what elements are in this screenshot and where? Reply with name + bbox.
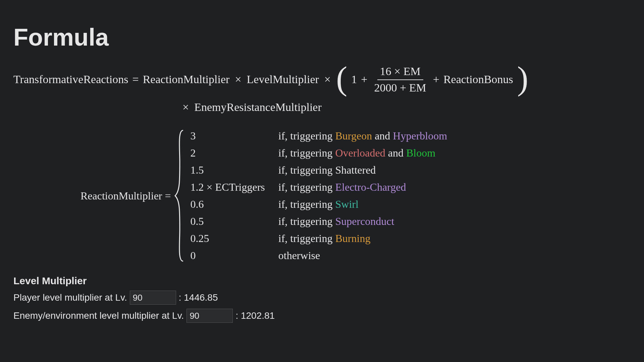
times-2: × <box>323 70 332 88</box>
plus-2: + <box>433 70 439 88</box>
page-root: Formula TransformativeReactions = Reacti… <box>0 0 644 340</box>
reaction-name: Burning <box>335 232 371 244</box>
player-level-prefix: Player level multiplier at Lv. <box>13 292 127 303</box>
case-condition-prefix: if, triggering <box>278 181 335 193</box>
page-title: Formula <box>13 23 631 51</box>
term-enemy-resistance: EnemyResistanceMultiplier <box>194 98 322 116</box>
formula-line-2: × EnemyResistanceMultiplier <box>181 98 631 116</box>
enemy-level-row: Enemy/environment level multiplier at Lv… <box>13 309 631 323</box>
term-reaction-bonus: ReactionBonus <box>443 70 513 88</box>
reaction-name: and <box>385 147 406 159</box>
times-1: × <box>233 70 243 88</box>
reaction-name: Bloom <box>406 147 435 159</box>
case-value: 0 <box>191 249 265 262</box>
case-condition-prefix: if, triggering <box>278 198 335 210</box>
em-frac-numerator: 16 × EM <box>377 64 423 80</box>
case-condition-prefix: if, triggering <box>278 215 335 227</box>
enemy-level-value: : 1202.81 <box>235 310 275 321</box>
case-condition: if, triggering Overloaded and Bloom <box>278 147 447 159</box>
brace-icon <box>174 130 184 262</box>
reaction-name: Burgeon <box>335 130 372 142</box>
case-condition: if, triggering Electro-Charged <box>278 181 447 193</box>
cases-lhs: ReactionMultiplier = <box>80 190 174 202</box>
case-value: 3 <box>191 130 265 142</box>
enemy-level-input[interactable] <box>186 309 233 323</box>
term-reaction-multiplier: ReactionMultiplier <box>143 70 230 88</box>
case-value: 2 <box>191 147 265 159</box>
formula-lhs: TransformativeReactions <box>13 70 128 88</box>
times-3: × <box>181 98 190 116</box>
reaction-name: Overloaded <box>335 147 385 159</box>
level-multiplier-heading: Level Multiplier <box>13 275 631 287</box>
case-value: 1.5 <box>191 164 265 176</box>
reaction-name: Swirl <box>335 198 359 210</box>
case-value: 0.6 <box>191 198 265 210</box>
case-condition: if, triggering Burgeon and Hyperbloom <box>278 130 447 142</box>
player-level-row: Player level multiplier at Lv. : 1446.85 <box>13 291 631 305</box>
case-condition: if, triggering Shattered <box>278 164 447 176</box>
em-frac-denominator: 2000 + EM <box>372 80 429 95</box>
formula-line-1: TransformativeReactions = ReactionMultip… <box>13 64 631 95</box>
reaction-name: Hyperbloom <box>393 130 447 142</box>
case-condition-prefix: if, triggering <box>278 164 335 176</box>
reaction-name: Shattered <box>335 164 376 176</box>
case-condition: if, triggering Swirl <box>278 198 447 210</box>
reaction-multiplier-cases: ReactionMultiplier = 3if, triggering Bur… <box>80 130 631 262</box>
case-value: 0.25 <box>191 232 265 245</box>
reaction-name: Electro-Charged <box>335 181 406 193</box>
case-condition: if, triggering Superconduct <box>278 215 447 228</box>
case-condition-prefix: if, triggering <box>278 130 335 142</box>
case-condition-prefix: if, triggering <box>278 232 335 244</box>
case-value: 1.2 × ECTriggers <box>191 181 265 193</box>
case-condition: if, triggering Burning <box>278 232 447 245</box>
equals-sign: = <box>132 70 139 88</box>
case-condition-prefix: if, triggering <box>278 147 335 159</box>
case-condition: otherwise <box>278 249 447 262</box>
player-level-value: : 1446.85 <box>179 292 218 303</box>
plus-1: + <box>361 70 367 88</box>
cases-table: 3if, triggering Burgeon and Hyperbloom2i… <box>191 130 447 262</box>
case-value: 0.5 <box>191 215 265 228</box>
reaction-name: Superconduct <box>335 215 394 227</box>
player-level-input[interactable] <box>130 291 176 305</box>
case-condition-prefix: otherwise <box>278 249 320 261</box>
reaction-name: and <box>372 130 393 142</box>
em-fraction: 16 × EM 2000 + EM <box>372 64 429 95</box>
formula-transformative: TransformativeReactions = ReactionMultip… <box>13 64 631 116</box>
term-level-multiplier: LevelMultiplier <box>247 70 319 88</box>
enemy-level-prefix: Enemy/environment level multiplier at Lv… <box>13 310 184 321</box>
term-one: 1 <box>351 70 357 88</box>
